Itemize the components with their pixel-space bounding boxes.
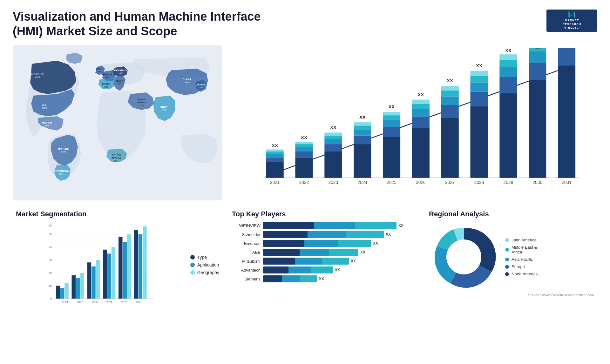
svg-rect-73 (143, 226, 147, 299)
header: Visualization and Human Machine Interfac… (13, 10, 597, 38)
svg-rect-117 (412, 100, 430, 104)
svg-text:2021: 2021 (62, 300, 68, 304)
svg-text:FRANCE: FRANCE (101, 73, 112, 76)
svg-marker-1 (568, 11, 572, 17)
legend-list: Latin America Middle East &Africa Asia P… (505, 238, 538, 276)
bar-mitsubishi (263, 258, 349, 265)
map-container: CANADA xx% U.S. xx% MEXICO xx% BRAZIL xx… (13, 45, 222, 200)
europe-dot (505, 265, 509, 269)
svg-text:U.S.: U.S. (42, 103, 47, 106)
svg-text:XX: XX (418, 92, 424, 97)
svg-rect-130 (471, 76, 488, 82)
bottom-row: Top Key Players WEINVIEW XX (229, 207, 597, 331)
seg-legend-application: Application (190, 262, 219, 267)
svg-rect-85 (295, 158, 313, 178)
player-row-advantech: Advantech XX (232, 266, 416, 273)
svg-text:2028: 2028 (474, 180, 484, 185)
player-row-weinview: WEINVIEW XX (232, 222, 416, 229)
svg-text:SOUTH: SOUTH (112, 154, 121, 157)
svg-text:XX: XX (272, 143, 278, 148)
svg-text:SAUDI: SAUDI (138, 98, 146, 101)
svg-rect-69 (127, 234, 131, 299)
svg-rect-116 (412, 104, 430, 109)
svg-text:2023: 2023 (92, 300, 98, 304)
bar-abb (263, 249, 358, 256)
svg-text:2022: 2022 (299, 180, 309, 185)
svg-text:xx%: xx% (45, 125, 49, 127)
player-name-mitsubishi: Mitsubishi (232, 259, 261, 264)
svg-rect-51 (56, 286, 60, 299)
svg-rect-81 (266, 152, 284, 154)
svg-rect-71 (134, 230, 138, 299)
svg-text:xx%: xx% (35, 76, 40, 78)
svg-rect-87 (295, 147, 313, 152)
svg-rect-102 (354, 125, 371, 130)
svg-rect-108 (383, 120, 400, 127)
svg-rect-64 (107, 254, 111, 299)
svg-text:2030: 2030 (532, 180, 542, 185)
bar-chart-svg: XX 2021 XX 2022 XX (232, 48, 591, 191)
svg-rect-141 (529, 80, 546, 178)
svg-rect-113 (412, 128, 430, 178)
svg-text:XX: XX (505, 48, 512, 53)
svg-text:XX: XX (359, 115, 366, 120)
svg-text:xx%: xx% (104, 86, 108, 88)
bar-weinview (263, 222, 396, 229)
svg-rect-124 (441, 86, 459, 91)
svg-rect-57 (80, 273, 84, 299)
svg-rect-65 (112, 247, 116, 299)
legend-asia-pacific: Asia Pacific (505, 257, 538, 262)
svg-rect-115 (412, 109, 430, 117)
svg-rect-96 (324, 133, 342, 136)
europe-label: Europe (512, 264, 525, 269)
svg-rect-68 (123, 242, 127, 299)
source-line: Source : www.marketresearchintellect.com (429, 293, 594, 297)
xx-siemens: XX (319, 277, 324, 281)
svg-rect-89 (295, 142, 313, 144)
svg-text:BRAZIL: BRAZIL (58, 147, 69, 150)
svg-text:XX: XX (476, 63, 482, 68)
svg-text:CANADA: CANADA (31, 72, 44, 76)
player-row-schneider: Schneider XX (232, 231, 416, 238)
svg-text:INDIA: INDIA (160, 105, 167, 108)
svg-rect-110 (383, 112, 400, 115)
svg-rect-107 (383, 127, 400, 137)
svg-text:xx%: xx% (114, 160, 118, 162)
svg-rect-86 (295, 152, 313, 157)
player-bar-weinview: XX (263, 222, 416, 229)
world-map-svg: CANADA xx% U.S. xx% MEXICO xx% BRAZIL xx… (13, 45, 222, 200)
svg-rect-56 (76, 278, 80, 299)
xx-weinview: XX (398, 223, 403, 228)
players-list: WEINVIEW XX (232, 222, 416, 282)
svg-text:2027: 2027 (445, 180, 455, 185)
player-name-schneider: Schneider (232, 232, 261, 237)
svg-text:xx%: xx% (96, 71, 100, 73)
bar-chart-container: XX 2021 XX 2022 XX (229, 45, 597, 200)
svg-rect-127 (471, 106, 488, 178)
svg-text:JAPAN: JAPAN (196, 83, 205, 86)
type-label: Type (197, 255, 207, 260)
svg-text:60: 60 (49, 224, 52, 227)
svg-text:2024: 2024 (357, 180, 367, 185)
logo-box: MARKETRESEARCHINTELLECT (546, 10, 597, 32)
svg-text:2029: 2029 (504, 180, 513, 185)
svg-rect-55 (71, 275, 76, 299)
svg-text:xx%: xx% (59, 173, 63, 175)
svg-rect-79 (266, 158, 284, 162)
xx-schneider: XX (386, 232, 391, 237)
svg-text:AFRICA: AFRICA (112, 157, 121, 159)
svg-rect-94 (324, 139, 342, 145)
svg-rect-128 (471, 92, 488, 106)
svg-rect-135 (499, 77, 517, 93)
svg-rect-149 (558, 48, 575, 65)
svg-text:2025: 2025 (121, 300, 127, 304)
application-label: Application (197, 262, 219, 267)
latin-america-dot (505, 238, 509, 242)
xx-emerson: XX (373, 241, 378, 246)
svg-text:40: 40 (49, 246, 52, 249)
svg-rect-60 (92, 266, 96, 299)
player-bar-schneider: XX (263, 231, 416, 238)
page-title: Visualization and Human Machine Interfac… (13, 10, 267, 38)
regional-section: Regional Analysis (426, 207, 597, 331)
legend-europe: Europe (505, 264, 538, 269)
